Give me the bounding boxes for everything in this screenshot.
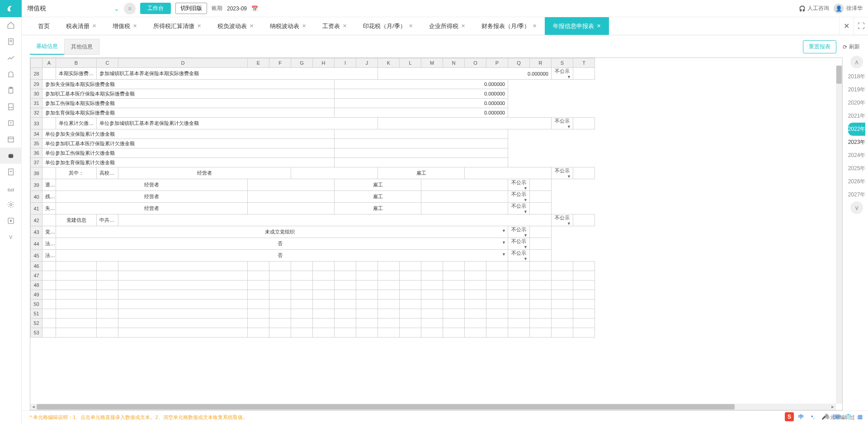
value-cell[interactable]: 未成立党组织▼: [56, 226, 508, 238]
col-header-H[interactable]: H: [313, 58, 335, 68]
tab-close-icon[interactable]: ✕: [597, 23, 601, 29]
nav-play-icon[interactable]: [0, 213, 22, 229]
vertical-scrollbar[interactable]: [836, 66, 842, 404]
tab-close-icon[interactable]: ✕: [302, 23, 306, 29]
col-header-E[interactable]: E: [248, 58, 269, 68]
col-header-M[interactable]: M: [421, 58, 443, 68]
ime-keyboard-icon[interactable]: ⌨: [832, 412, 841, 421]
publicity-cell[interactable]: 不公示▼: [508, 250, 530, 262]
row-header[interactable]: 40: [31, 191, 42, 203]
period-value[interactable]: 2023-09: [227, 5, 247, 12]
nav-calc-icon[interactable]: [0, 99, 22, 115]
tab-增值税[interactable]: 增值税✕: [104, 17, 145, 35]
row-header[interactable]: 37: [31, 158, 42, 167]
row-header[interactable]: 29: [31, 80, 42, 89]
refresh-button[interactable]: ⟳ 刷新: [843, 43, 860, 51]
tab-税负波动表[interactable]: 税负波动表✕: [209, 17, 262, 35]
col-header-K[interactable]: K: [378, 58, 400, 68]
publicity-cell[interactable]: 不公示▼: [508, 238, 530, 250]
user-menu[interactable]: 👤 徐泽华: [834, 4, 863, 14]
nav-chart-icon[interactable]: [0, 50, 22, 66]
switch-version-button[interactable]: 切到旧版: [175, 3, 207, 14]
row-header[interactable]: 43: [31, 226, 42, 238]
close-all-tabs-button[interactable]: ✕: [839, 17, 854, 35]
nav-clipboard-icon[interactable]: [0, 82, 22, 99]
value-cell[interactable]: [335, 158, 508, 167]
year-2021年[interactable]: 2021年: [848, 110, 866, 123]
nav-settings-icon[interactable]: [0, 196, 22, 213]
year-2018年[interactable]: 2018年: [848, 70, 866, 83]
nav-active-icon[interactable]: [0, 148, 22, 164]
publicity-cell[interactable]: 不公示▼: [552, 167, 573, 179]
value-cell[interactable]: 0.000000: [335, 89, 508, 99]
value-cell[interactable]: [378, 118, 552, 129]
year-2023年[interactable]: 2023年: [848, 136, 866, 149]
row-header[interactable]: 50: [31, 300, 42, 309]
info-circle-icon[interactable]: ≡: [124, 3, 136, 14]
row-header[interactable]: 49: [31, 290, 42, 300]
app-logo[interactable]: [0, 0, 22, 17]
value-cell[interactable]: [335, 139, 508, 148]
row-header[interactable]: 47: [31, 271, 42, 281]
tab-close-icon[interactable]: ✕: [250, 23, 254, 29]
tab-close-icon[interactable]: ✕: [343, 23, 347, 29]
row-header[interactable]: 32: [31, 108, 42, 118]
col-header-O[interactable]: O: [465, 58, 486, 68]
row-header[interactable]: 28: [31, 68, 42, 80]
nav-v-icon[interactable]: V: [0, 229, 22, 245]
ime-toolbar[interactable]: S 中 •, 🎤 ⌨ 👕 ▦: [785, 412, 864, 421]
row-header[interactable]: 34: [31, 129, 42, 139]
row-header[interactable]: 38: [31, 167, 42, 179]
calendar-icon[interactable]: 📅: [251, 5, 258, 12]
tax-type-dropdown[interactable]: 增值税 ⌄: [27, 5, 119, 13]
col-header-J[interactable]: J: [356, 58, 378, 68]
row-header[interactable]: 46: [31, 262, 42, 271]
col-header-I[interactable]: I: [335, 58, 356, 68]
tab-所得税汇算清缴[interactable]: 所得税汇算清缴✕: [145, 17, 209, 35]
col-header-T[interactable]: T: [573, 58, 595, 68]
col-header-D[interactable]: D: [118, 58, 248, 68]
ime-skin-icon[interactable]: 👕: [844, 412, 853, 421]
ime-lang-icon[interactable]: 中: [797, 412, 806, 421]
row-header[interactable]: 53: [31, 328, 42, 338]
col-header-P[interactable]: P: [486, 58, 508, 68]
row-header[interactable]: 52: [31, 319, 42, 328]
publicity-cell[interactable]: 不公示▼: [552, 118, 573, 129]
tab-纳税波动表[interactable]: 纳税波动表✕: [262, 17, 314, 35]
value-cell[interactable]: 否▼: [56, 250, 508, 262]
value-cell[interactable]: 0.000000: [378, 68, 552, 80]
publicity-cell[interactable]: 不公示▼: [508, 191, 530, 203]
row-header[interactable]: 31: [31, 99, 42, 108]
nav-text-icon[interactable]: T: [0, 115, 22, 131]
publicity-cell[interactable]: 不公示▼: [552, 68, 573, 80]
tab-close-icon[interactable]: ✕: [409, 23, 413, 29]
tab-close-icon[interactable]: ✕: [533, 23, 537, 29]
year-scroll-up-button[interactable]: ∧: [850, 56, 863, 68]
tab-首页[interactable]: 首页: [30, 17, 58, 35]
tab-close-icon[interactable]: ✕: [197, 23, 201, 29]
col-header-Q[interactable]: Q: [508, 58, 530, 68]
col-header-C[interactable]: C: [97, 58, 118, 68]
year-2025年[interactable]: 2025年: [848, 162, 866, 175]
workspace-button[interactable]: 工作台: [140, 3, 171, 14]
year-2027年[interactable]: 2027年: [848, 188, 866, 201]
tab-企业所得税[interactable]: 企业所得税✕: [421, 17, 473, 35]
col-header-R[interactable]: R: [530, 58, 552, 68]
row-header[interactable]: 41: [31, 203, 42, 214]
row-header[interactable]: 35: [31, 139, 42, 148]
year-2019年[interactable]: 2019年: [848, 83, 866, 96]
tab-税表清册[interactable]: 税表清册✕: [58, 17, 104, 35]
row-header[interactable]: 42: [31, 214, 42, 226]
publicity-cell[interactable]: 不公示▼: [508, 203, 530, 214]
value-cell[interactable]: 0.000000: [335, 108, 508, 118]
year-2022年[interactable]: 2022年: [848, 123, 866, 136]
col-header-G[interactable]: G: [291, 58, 313, 68]
subtab-basic[interactable]: 基础信息: [30, 39, 64, 55]
reset-report-button[interactable]: 重置报表: [803, 40, 836, 53]
value-cell[interactable]: [335, 148, 508, 158]
ime-tools-icon[interactable]: ▦: [855, 412, 864, 421]
horizontal-scrollbar[interactable]: ◄►: [30, 404, 836, 410]
row-header[interactable]: 48: [31, 281, 42, 290]
tab-close-icon[interactable]: ✕: [92, 23, 96, 29]
year-2020年[interactable]: 2020年: [848, 96, 866, 110]
